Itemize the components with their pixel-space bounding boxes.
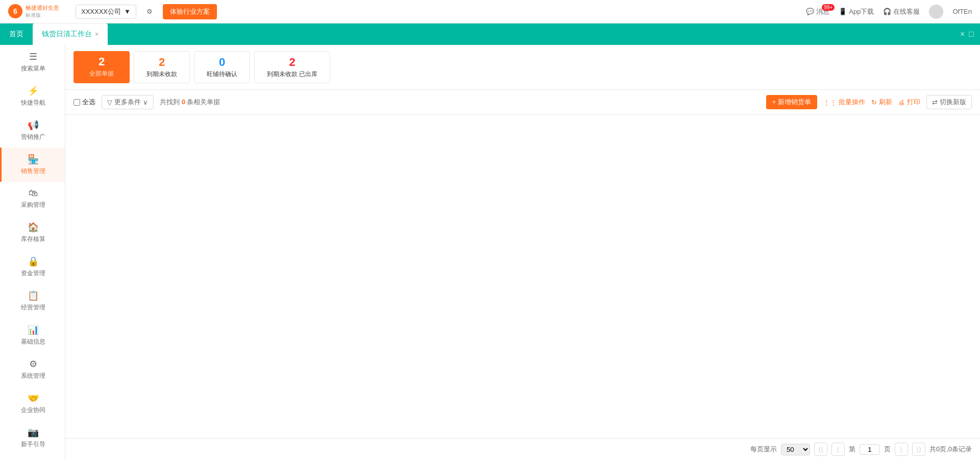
message-button[interactable]: 💬 消息 99+ (806, 7, 829, 16)
switch-icon: ⇄ (932, 99, 938, 106)
sidebar-item-operations[interactable]: 📋 经营管理 (0, 284, 65, 318)
operations-icon: 📋 (28, 290, 39, 301)
company-selector[interactable]: XXXXXX公司 ▼ (76, 5, 136, 19)
stat-card-overdue[interactable]: 2 到期未收款 (134, 51, 190, 83)
toolbar: 全选 ▽ 更多条件 ∨ 共找到 0 条相关单据 + 新增销货单 ⋮⋮ 批量操作 (65, 90, 980, 115)
sidebar-item-guide[interactable]: 📷 新手引导 (0, 421, 65, 455)
stat-card-overdue-out[interactable]: 2 到期未收款 已出库 (254, 51, 330, 83)
logo-text: 畅捷通好生意 (26, 4, 59, 11)
sidebar-label-basic-info: 基础信息 (21, 337, 45, 346)
sidebar-label-operations: 经营管理 (21, 303, 45, 312)
per-page-label: 每页显示 (750, 445, 777, 454)
switch-version-button[interactable]: ⇄ 切换新版 (926, 95, 972, 109)
sidebar-item-search-menu[interactable]: ☰ 搜索菜单 (0, 45, 65, 79)
sidebar-item-quick-nav[interactable]: ⚡ 快捷导航 (0, 79, 65, 113)
page-input[interactable] (860, 444, 880, 455)
sidebar-label-quick-nav: 快捷导航 (21, 99, 45, 107)
table-area (65, 115, 980, 438)
sidebar-item-enterprise[interactable]: 🤝 企业协同 (0, 386, 65, 421)
gear-icon: ⚙ (146, 8, 153, 15)
sales-icon: 🏪 (28, 154, 39, 165)
switch-label: 切换新版 (940, 98, 966, 107)
dropdown-icon: ▼ (124, 8, 131, 15)
filter-dropdown-icon: ∨ (143, 99, 148, 106)
sidebar-item-app-center[interactable]: 📦 应用中心 (0, 455, 65, 460)
sidebar-item-purchase[interactable]: 🛍 采购管理 (0, 182, 65, 215)
found-text: 共找到 0 条相关单据 (160, 98, 220, 107)
finance-icon: 🔒 (28, 256, 39, 267)
content-area: 2 全部单据 2 到期未收款 0 旺辅待确认 2 到期未收款 已出库 全选 (65, 45, 980, 460)
found-prefix: 共找到 (160, 98, 180, 106)
stat-number-wangwang: 0 (219, 56, 225, 69)
select-all-checkbox[interactable]: 全选 (74, 98, 95, 107)
refresh-button[interactable]: ↻ 刷新 (871, 98, 892, 107)
sidebar-label-search-menu: 搜索菜单 (21, 64, 45, 73)
sidebar-label-guide: 新手引导 (21, 440, 45, 449)
sidebar-item-basic-info[interactable]: 📊 基础信息 (0, 318, 65, 352)
sidebar-item-sales[interactable]: 🏪 销售管理 (0, 148, 65, 182)
stat-number-overdue: 2 (159, 56, 165, 69)
sidebar-label-inventory: 库存核算 (21, 235, 45, 244)
company-name: XXXXXX公司 (81, 7, 121, 16)
sidebar: ☰ 搜索菜单 ⚡ 快捷导航 📢 营销推广 🏪 销售管理 🛍 采购管理 🏠 库存核… (0, 45, 65, 460)
tab-active[interactable]: 钱货日清工作台 × (33, 23, 108, 45)
sidebar-item-inventory[interactable]: 🏠 库存核算 (0, 215, 65, 250)
add-sale-button[interactable]: + 新增销货单 (766, 95, 817, 109)
tab-close-icon[interactable]: × (95, 31, 99, 38)
username: OfTEn (952, 8, 972, 15)
last-page-button[interactable]: ⟩⟩ (912, 443, 925, 456)
online-service-button[interactable]: 🎧 在线客服 (883, 7, 920, 16)
sidebar-label-enterprise: 企业协同 (21, 406, 45, 415)
tab-maximize-icon[interactable]: □ (969, 30, 974, 39)
found-suffix: 条相关单据 (187, 98, 220, 106)
stat-card-all[interactable]: 2 全部单据 (74, 51, 130, 83)
stats-row: 2 全部单据 2 到期未收款 0 旺辅待确认 2 到期未收款 已出库 (65, 45, 980, 90)
page-label: 第 (849, 445, 855, 454)
stat-label-all: 全部单据 (89, 69, 114, 78)
page-suffix: 页 (884, 445, 891, 454)
stat-label-overdue: 到期未收款 (146, 70, 177, 79)
online-service-label: 在线客服 (893, 7, 920, 16)
search-menu-icon: ☰ (29, 51, 37, 62)
batch-label: 批量操作 (839, 98, 865, 107)
toolbar-right: + 新增销货单 ⋮⋮ 批量操作 ↻ 刷新 🖨 打印 ⇄ 切换新版 (766, 95, 972, 109)
refresh-label: 刷新 (879, 98, 892, 107)
logo-icon: 6 (8, 4, 22, 18)
select-all-input[interactable] (74, 99, 80, 106)
filter-button[interactable]: ▽ 更多条件 ∨ (102, 95, 154, 109)
prev-page-button[interactable]: ⟨ (831, 443, 845, 456)
filter-label: 更多条件 (114, 98, 141, 107)
tab-bar: 首页 钱货日清工作台 × × □ (0, 23, 980, 45)
stat-number-all: 2 (99, 55, 105, 68)
sidebar-label-finance: 资金管理 (21, 269, 45, 278)
print-label: 打印 (907, 98, 920, 107)
app-download-button[interactable]: 📱 App下载 (839, 7, 874, 16)
per-page-select[interactable]: 50 100 200 (781, 444, 810, 455)
print-button[interactable]: 🖨 打印 (898, 98, 920, 107)
pagination-bar: 每页显示 50 100 200 ⟨⟨ ⟨ 第 页 ⟩ ⟩⟩ 共0页,0条记录 (65, 438, 980, 460)
logo-sub: 标准版 (26, 12, 59, 19)
basic-info-icon: 📊 (28, 324, 39, 335)
first-page-button[interactable]: ⟨⟨ (814, 443, 827, 456)
quick-nav-icon: ⚡ (28, 85, 39, 96)
sidebar-item-system[interactable]: ⚙ 系统管理 (0, 352, 65, 386)
enterprise-icon: 🤝 (28, 393, 39, 404)
toolbar-left: 全选 ▽ 更多条件 ∨ 共找到 0 条相关单据 (74, 95, 220, 109)
settings-button[interactable]: ⚙ (142, 5, 157, 19)
tab-minimize-icon[interactable]: × (960, 30, 965, 39)
batch-button[interactable]: ⋮⋮ 批量操作 (823, 98, 865, 107)
tab-home[interactable]: 首页 (0, 23, 33, 45)
avatar[interactable] (929, 5, 943, 19)
next-page-button[interactable]: ⟩ (895, 443, 908, 456)
marketing-icon: 📢 (28, 119, 39, 131)
stat-card-wangwang[interactable]: 0 旺辅待确认 (194, 51, 250, 83)
sidebar-item-marketing[interactable]: 📢 营销推广 (0, 113, 65, 148)
top-header: 6 畅捷通好生意 标准版 XXXXXX公司 ▼ ⚙ 体验行业方案 💬 消息 99… (0, 0, 980, 23)
trial-button[interactable]: 体验行业方案 (163, 4, 217, 19)
filter-icon: ▽ (107, 99, 112, 106)
found-count: 0 (182, 98, 185, 106)
stat-number-overdue-out: 2 (289, 56, 296, 69)
empty-area (65, 115, 980, 438)
main-layout: ☰ 搜索菜单 ⚡ 快捷导航 📢 营销推广 🏪 销售管理 🛍 采购管理 🏠 库存核… (0, 45, 980, 460)
sidebar-item-finance[interactable]: 🔒 资金管理 (0, 250, 65, 284)
